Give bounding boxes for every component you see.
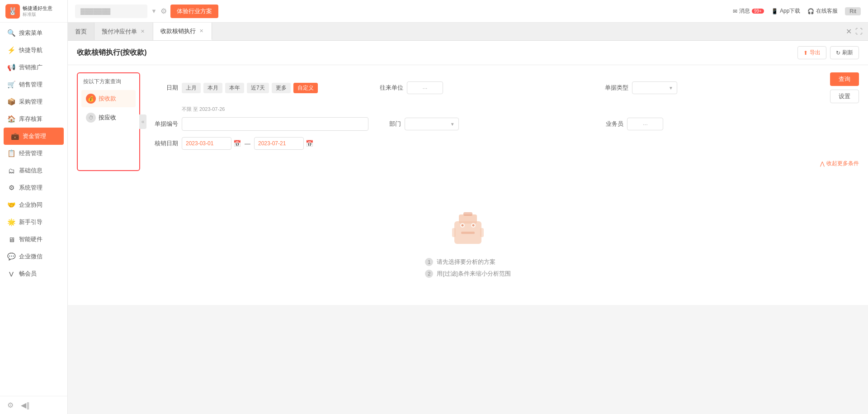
sidebar-item-shortcut[interactable]: ⚡快捷导航 xyxy=(0,42,67,59)
sidebar-item-sales[interactable]: 🛒销售管理 xyxy=(0,76,67,93)
filter-by-receipt[interactable]: 💰 按收款 xyxy=(81,90,136,107)
user-avatar[interactable]: Rit xyxy=(845,7,861,15)
tab-home[interactable]: 首页 xyxy=(68,23,94,40)
sidebar-bottom: ⚙ ◀‖ xyxy=(0,396,67,414)
tab-label-home: 首页 xyxy=(75,28,87,36)
page-content: 收款核销执行(按收款) ⬆ 导出 ↻ 刷新 按以下方案查询 💰 按收款 xyxy=(68,41,868,414)
close-window-icon[interactable]: ✕ xyxy=(846,27,852,36)
shortcut-icon: ⚡ xyxy=(7,46,15,54)
sidebar-label-wechat: 企业微信 xyxy=(19,252,42,261)
refresh-button[interactable]: ↻ 刷新 xyxy=(830,46,859,59)
sidebar-item-system[interactable]: ⚙系统管理 xyxy=(0,179,67,196)
date-btn-本年[interactable]: 本年 xyxy=(225,83,244,93)
date-btn-上月[interactable]: 上月 xyxy=(182,83,201,93)
bill-type-field: 单据类型 ▼ xyxy=(605,81,821,94)
svg-rect-2 xyxy=(463,212,472,216)
sidebar: 🐰 畅捷通好生意 标准版 🔍搜索菜单⚡快捷导航📢营销推广🛒销售管理📦采购管理🏠库… xyxy=(0,0,68,414)
date-btn-自定义[interactable]: 自定义 xyxy=(293,83,318,93)
sidebar-item-marketing[interactable]: 📢营销推广 xyxy=(0,59,67,76)
message-button[interactable]: ✉ 消息 99+ xyxy=(733,7,764,15)
svg-rect-9 xyxy=(480,228,484,237)
sidebar-item-hardware[interactable]: 🖥智能硬件 xyxy=(0,231,67,248)
sidebar-item-inventory[interactable]: 🏠库存核算 xyxy=(0,110,67,128)
main-area: ▓▓▓▓▓▓▓ ▼ ⚙ 体验行业方案 ✉ 消息 99+ 📱 App下载 🎧 在线… xyxy=(68,0,868,414)
header-actions: ⬆ 导出 ↻ 刷新 xyxy=(797,46,859,59)
filter-area: 按以下方案查询 💰 按收款 ⏱ 按应收 « 日期 xyxy=(68,65,868,178)
sidebar-item-wechat[interactable]: 💬企业微信 xyxy=(0,248,67,265)
sidebar-item-operation[interactable]: 📋经营管理 xyxy=(0,145,67,162)
sidebar-label-inventory: 库存核算 xyxy=(19,115,42,123)
chevron-down-icon2: ▼ xyxy=(450,122,455,127)
writeoff-date-label: 核销日期 xyxy=(155,139,178,148)
header-search-box: ▓▓▓▓▓▓▓ xyxy=(75,5,147,18)
sidebar-label-guide: 新手引导 xyxy=(19,218,42,226)
counterparty-input[interactable]: ··· xyxy=(407,81,443,94)
query-button[interactable]: 查询 xyxy=(830,72,859,86)
date-btn-近7天[interactable]: 近7天 xyxy=(247,83,269,93)
filter-right-form: 日期 上月本月本年近7天更多自定义 往来单位 ··· 单据类型 ▼ xyxy=(146,72,859,171)
sidebar-item-guide[interactable]: 🌟新手引导 xyxy=(0,214,67,231)
filter-row-3: 核销日期 📅 — 📅 xyxy=(155,137,859,150)
tab-close-prepay[interactable]: ✕ xyxy=(140,29,146,34)
settings-button[interactable]: 设置 xyxy=(830,90,859,103)
service-icon: 🎧 xyxy=(807,8,814,14)
writeoff-date-field: 核销日期 📅 — 📅 xyxy=(155,137,859,150)
employee-input[interactable]: ··· xyxy=(627,118,663,130)
gear-icon[interactable]: ⚙ xyxy=(160,7,167,15)
logo-icon: 🐰 xyxy=(5,4,20,19)
date-btn-本月[interactable]: 本月 xyxy=(203,83,222,93)
filter-by-receivable[interactable]: ⏱ 按应收 xyxy=(81,109,136,126)
svg-rect-8 xyxy=(452,228,456,237)
sidebar-label-basic: 基础信息 xyxy=(19,167,42,175)
sidebar-item-search[interactable]: 🔍搜索菜单 xyxy=(0,24,67,42)
svg-rect-7 xyxy=(461,232,475,234)
calendar-start-icon[interactable]: 📅 xyxy=(233,140,241,147)
sidebar-item-purchase[interactable]: 📦采购管理 xyxy=(0,93,67,110)
online-service-button[interactable]: 🎧 在线客服 xyxy=(807,7,838,15)
sidebar-label-operation: 经营管理 xyxy=(19,149,42,157)
department-select[interactable]: ▼ xyxy=(405,118,459,130)
date-no-limit: 不限 至 2023-07-26 xyxy=(182,106,859,113)
export-button[interactable]: ⬆ 导出 xyxy=(797,46,826,59)
empty-steps: 1 请先选择要分析的方案 2 用[过滤]条件来缩小分析范围 xyxy=(425,258,510,278)
svg-point-6 xyxy=(472,224,475,227)
page-title: 收款核销执行(按收款) xyxy=(77,48,147,57)
step-1-text: 请先选择要分析的方案 xyxy=(437,258,495,266)
calendar-end-icon[interactable]: 📅 xyxy=(306,140,313,147)
writeoff-date-end[interactable] xyxy=(254,137,304,150)
guide-icon: 🌟 xyxy=(7,218,15,226)
settings-icon[interactable]: ⚙ xyxy=(7,401,14,409)
date-quick-options: 上月本月本年近7天更多自定义 xyxy=(182,83,318,93)
collapse-filter-button[interactable]: « xyxy=(139,114,146,129)
message-icon: ✉ xyxy=(733,8,737,14)
date-range-separator: — xyxy=(245,140,250,147)
sidebar-menu: 🔍搜索菜单⚡快捷导航📢营销推广🛒销售管理📦采购管理🏠库存核算💼资金管理📋经营管理… xyxy=(0,23,67,396)
more-conditions-toggle[interactable]: ⋀ 收起更多条件 xyxy=(155,156,859,171)
message-badge: 99+ xyxy=(752,9,764,14)
refresh-icon: ↻ xyxy=(836,50,840,56)
basic-icon: 🗂 xyxy=(7,167,15,175)
sidebar-item-finance[interactable]: 💼资金管理 xyxy=(4,128,64,145)
writeoff-date-start[interactable] xyxy=(182,137,231,150)
filter-left-panel: 按以下方案查询 💰 按收款 ⏱ 按应收 « xyxy=(77,72,140,171)
tab-prepay[interactable]: 预付冲应付单✕ xyxy=(94,23,153,40)
sidebar-item-enterprise[interactable]: 🤝企业协同 xyxy=(0,196,67,214)
tab-receipt[interactable]: 收款核销执行✕ xyxy=(153,23,212,40)
step-2-num: 2 xyxy=(425,270,433,278)
sidebar-item-basic[interactable]: 🗂基础信息 xyxy=(0,162,67,179)
maximize-icon[interactable]: ⛶ xyxy=(855,28,863,36)
app-icon: 📱 xyxy=(771,8,778,14)
tab-close-receipt[interactable]: ✕ xyxy=(198,28,204,34)
empty-step-2: 2 用[过滤]条件来缩小分析范围 xyxy=(425,270,510,278)
industry-button[interactable]: 体验行业方案 xyxy=(170,5,218,18)
app-download-button[interactable]: 📱 App下载 xyxy=(771,7,800,15)
bill-number-field: 单据编号 xyxy=(155,117,368,131)
operation-icon: 📋 xyxy=(7,149,15,157)
bill-number-input[interactable] xyxy=(182,117,368,131)
sidebar-item-member[interactable]: V畅会员 xyxy=(0,265,67,282)
bill-type-select[interactable]: ▼ xyxy=(632,81,677,94)
collapse-sidebar-icon[interactable]: ◀‖ xyxy=(21,401,30,409)
inventory-icon: 🏠 xyxy=(7,115,15,123)
date-btn-更多[interactable]: 更多 xyxy=(272,83,291,93)
purchase-icon: 📦 xyxy=(7,98,15,106)
